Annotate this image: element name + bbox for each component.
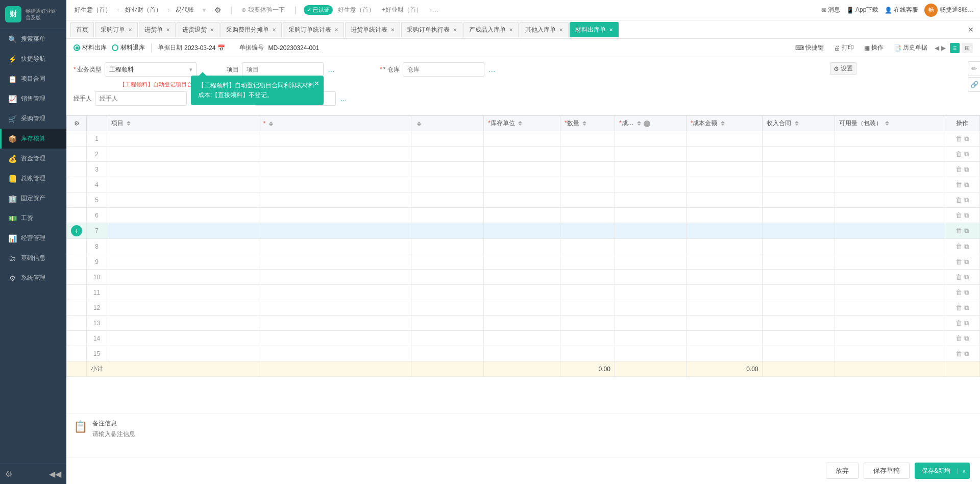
th-settings[interactable]: ⚙ (67, 116, 87, 131)
quick-key-btn[interactable]: ⌨ 快捷键 (792, 42, 827, 54)
tab-close-1[interactable]: ✕ (128, 27, 132, 33)
row-delete-icon[interactable]: 🗑 (955, 150, 962, 158)
topbar-user[interactable]: 畅 畅捷通8账… (924, 4, 974, 17)
sidebar-item-finance[interactable]: 💰资金管理 (0, 149, 66, 168)
topbar-message-btn[interactable]: ✉ 消息 (821, 6, 840, 14)
business-type-input[interactable] (105, 62, 197, 77)
row-delete-icon[interactable]: 🗑 (955, 319, 962, 327)
sidebar-item-salary[interactable]: 💵工资 (0, 208, 66, 228)
table-view-btn[interactable]: ⊞ (962, 43, 973, 53)
business-type-dropdown-icon[interactable]: ▼ (188, 67, 193, 72)
history-btn[interactable]: 📑 历史单据 (891, 42, 930, 54)
tab-close-7[interactable]: ✕ (453, 27, 457, 33)
tab-6[interactable]: 进货单统计表✕ (345, 22, 400, 37)
project-more-btn[interactable]: … (328, 65, 335, 74)
sidebar-item-purchase[interactable]: 🛒采购管理 (0, 109, 66, 129)
row-copy-icon[interactable]: ⧉ (964, 150, 969, 158)
radio-material-out[interactable]: 材料出库 (74, 43, 107, 52)
notes-input[interactable] (92, 430, 173, 450)
save-new-dropdown-icon[interactable]: ∧ (958, 468, 970, 474)
radio-material-return[interactable]: 材料退库 (112, 43, 145, 52)
row-copy-icon[interactable]: ⧉ (964, 350, 969, 358)
sidebar-item-project[interactable]: 📋项目合同 (0, 69, 66, 89)
next-btn[interactable]: ▶ (941, 44, 946, 52)
tab-10[interactable]: 材料出库单✕ (570, 22, 619, 37)
sidebar-collapse-btn[interactable]: ◀◀ (49, 469, 61, 479)
row-delete-icon[interactable]: 🗑 (955, 181, 962, 189)
row-delete-icon[interactable]: 🗑 (955, 227, 962, 235)
tab-0[interactable]: 首页 (70, 22, 94, 37)
tab-close-2[interactable]: ✕ (166, 27, 170, 33)
tab-close-6[interactable]: ✕ (390, 27, 395, 33)
tab-1[interactable]: 采购订单✕ (95, 22, 138, 37)
tab-5[interactable]: 采购订单统计表✕ (283, 22, 344, 37)
add-row-btn[interactable]: + (71, 225, 82, 236)
tooltip-close-btn[interactable]: ✕ (314, 79, 320, 89)
discard-button[interactable]: 放弃 (826, 463, 859, 479)
th-unit[interactable]: *库存单位 (484, 116, 560, 131)
row-delete-icon[interactable]: 🗑 (955, 288, 962, 297)
sidebar-item-inventory[interactable]: 📦库存核算 (0, 129, 66, 149)
tab-close-4[interactable]: ✕ (272, 27, 276, 33)
list-view-btn[interactable]: ≡ (950, 43, 960, 53)
row-copy-icon[interactable]: ⧉ (964, 243, 969, 251)
th-spec[interactable] (411, 116, 484, 131)
tab-close-5[interactable]: ✕ (334, 27, 338, 33)
tab-close-9[interactable]: ✕ (559, 27, 563, 33)
row-delete-icon[interactable]: 🗑 (955, 304, 962, 312)
topbar-nav-haoshengyi[interactable]: 好生意（首） (72, 5, 113, 15)
tab-8[interactable]: 产成品入库单✕ (463, 22, 519, 37)
sidebar-item-operations[interactable]: 📊经营管理 (0, 228, 66, 248)
row-7-project-input[interactable] (111, 227, 255, 234)
row-delete-icon[interactable]: 🗑 (955, 334, 962, 343)
topbar-extra-nav1[interactable]: 好生意（首） (336, 5, 377, 15)
operation-btn[interactable]: ▦ 操作 (861, 42, 887, 54)
row-7-material-input[interactable] (263, 227, 407, 234)
th-material[interactable]: * (259, 116, 411, 131)
tab-close-3[interactable]: ✕ (210, 27, 214, 33)
income-contract-more-btn[interactable]: … (340, 94, 347, 103)
th-qty[interactable]: *数量 (560, 116, 615, 131)
tab-9[interactable]: 其他入库单✕ (520, 22, 569, 37)
print-btn[interactable]: 🖨 打印 (831, 42, 857, 54)
th-cost-price[interactable]: *成… i (615, 116, 686, 131)
row-copy-icon[interactable]: ⧉ (964, 319, 969, 327)
row-copy-icon[interactable]: ⧉ (964, 211, 969, 220)
calendar-icon[interactable]: 📅 (217, 44, 225, 52)
tab-close-8[interactable]: ✕ (509, 27, 513, 33)
side-panel-link-btn[interactable]: 🔗 (968, 77, 980, 92)
cost-price-info-icon[interactable]: i (644, 120, 650, 127)
save-new-button[interactable]: 保存&新增 ∧ (915, 463, 970, 479)
sidebar-item-basic[interactable]: 🗂基础信息 (0, 248, 66, 268)
row-delete-icon[interactable]: 🗑 (955, 135, 962, 143)
row-delete-icon[interactable]: 🗑 (955, 273, 962, 281)
project-input[interactable] (242, 62, 324, 77)
row-copy-icon[interactable]: ⧉ (964, 135, 969, 143)
tab-7[interactable]: 采购订单执行表✕ (401, 22, 462, 37)
th-cost-amount[interactable]: *成本金额 (686, 116, 763, 131)
sidebar-item-accounting[interactable]: 📒总账管理 (0, 168, 66, 188)
tab-2[interactable]: 进货单✕ (139, 22, 176, 37)
warehouse-input[interactable] (403, 62, 484, 77)
row-delete-icon[interactable]: 🗑 (955, 196, 962, 204)
topbar-nav-yidaizhang[interactable]: 易代账 (174, 5, 196, 15)
row-delete-icon[interactable]: 🗑 (955, 350, 962, 358)
topbar-experience-link[interactable]: ⊙ 我要体验一下 (239, 5, 287, 15)
tab-close-all-btn[interactable]: ✕ (966, 23, 976, 36)
row-copy-icon[interactable]: ⧉ (964, 196, 969, 204)
topbar-extra-nav3[interactable]: +… (427, 6, 441, 15)
row-copy-icon[interactable]: ⧉ (964, 227, 969, 235)
tab-4[interactable]: 采购费用分摊单✕ (220, 22, 282, 37)
form-settings-btn[interactable]: ⚙ 设置 (830, 62, 856, 75)
row-copy-icon[interactable]: ⧉ (964, 273, 969, 281)
tab-close-10[interactable]: ✕ (609, 27, 613, 33)
sidebar-item-quicknav[interactable]: ⚡快捷导航 (0, 49, 66, 69)
tab-3[interactable]: 进货退货✕ (177, 22, 219, 37)
row-delete-icon[interactable]: 🗑 (955, 258, 962, 266)
row-copy-icon[interactable]: ⧉ (964, 334, 969, 343)
save-draft-button[interactable]: 保存草稿 (864, 463, 910, 479)
sidebar-item-system[interactable]: ⚙系统管理 (0, 268, 66, 288)
sidebar-item-assets[interactable]: 🏢固定资产 (0, 188, 66, 208)
sidebar-settings-btn[interactable]: ⚙ (5, 469, 12, 479)
row-copy-icon[interactable]: ⧉ (964, 304, 969, 312)
